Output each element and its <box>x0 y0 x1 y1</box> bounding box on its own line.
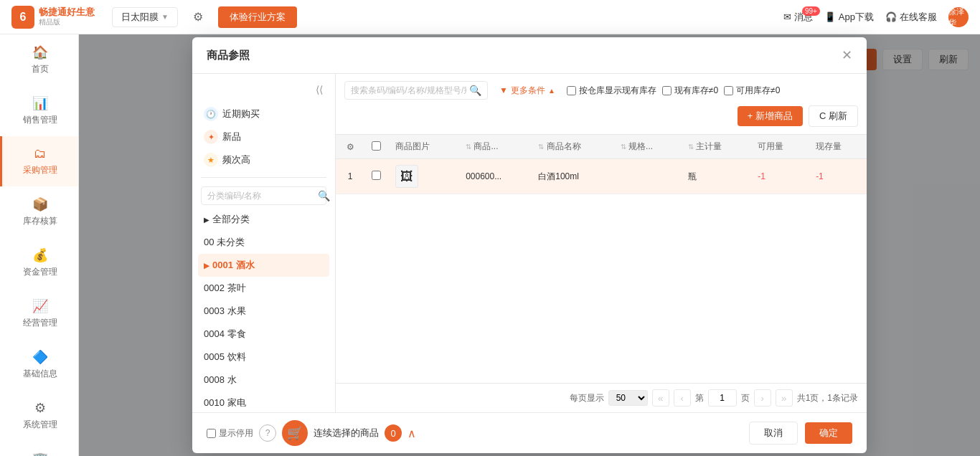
th-available: 可用量 <box>750 135 809 159</box>
gear-button[interactable]: ⚙ <box>187 6 209 29</box>
topbar: 6 畅捷通好生意 精品版 日太阳膜 ▼ ⚙ 体验行业方案 ✉ 消息 99+ 📱 … <box>0 0 980 34</box>
usable-checkbox-text: 可用库存≠0 <box>736 85 780 97</box>
sidebar-item-system[interactable]: ⚙ 系统管理 <box>0 390 78 441</box>
row-checkbox[interactable] <box>372 171 381 180</box>
operations-icon: 📈 <box>32 298 48 314</box>
per-page-select[interactable]: 50 100 200 <box>608 390 648 406</box>
page-prefix: 第 <box>695 392 704 404</box>
nav-selector[interactable]: 日太阳膜 ▼ <box>112 7 178 27</box>
quick-item-recent[interactable]: 🕐 近期购买 <box>198 103 329 125</box>
sidebar-item-label: 采购管理 <box>23 164 57 176</box>
first-page-button[interactable]: « <box>652 389 669 407</box>
row-image: 🖼 <box>388 159 458 194</box>
cat-drink[interactable]: 0005 饮料 <box>198 346 329 369</box>
product-reference-modal: 商品参照 ✕ ⟨⟨ 🕐 近期购买 <box>192 37 867 453</box>
table-toolbar: 🔍 ▼ 更多条件 ▲ 按仓库显示现有库存 <box>336 74 867 135</box>
usable-checkbox[interactable] <box>724 86 733 95</box>
refresh-button[interactable]: C 刷新 <box>809 105 858 127</box>
th-unit: ⇅ 主计量 <box>681 135 750 159</box>
available-checkbox-text: 现有库存≠0 <box>674 85 718 97</box>
cat-arrow-icon: ▶ <box>204 216 209 224</box>
enterprise-icon: 🏢 <box>32 451 48 456</box>
quick-item-new[interactable]: ✦ 新品 <box>198 125 329 148</box>
cat-all[interactable]: ▶ 全部分类 <box>198 208 329 231</box>
collapse-left-button[interactable]: ⟨⟨ <box>312 82 326 97</box>
cat-label: 0005 饮料 <box>204 351 246 364</box>
left-panel-header: ⟨⟨ <box>192 80 335 103</box>
confirm-button[interactable]: 确定 <box>805 422 852 444</box>
sidebar: 🏠 首页 📊 销售管理 🗂 采购管理 📦 库存核算 💰 资金管理 📈 经营管理 … <box>0 34 79 456</box>
add-product-button[interactable]: + 新增商品 <box>738 106 803 126</box>
cat-label: 0004 零食 <box>204 328 246 341</box>
table-row[interactable]: 1 🖼 000600... 白酒100ml 瓶 -1 <box>336 159 867 194</box>
sales-icon: 📊 <box>32 95 48 111</box>
online-service-button[interactable]: 🎧 在线客服 <box>885 11 937 24</box>
system-icon: ⚙ <box>34 400 46 416</box>
last-page-button[interactable]: » <box>776 389 793 407</box>
app-download-button[interactable]: 📱 App下载 <box>824 11 874 24</box>
cat-water[interactable]: 0008 水 <box>198 369 329 391</box>
new-icon: ✦ <box>204 130 218 144</box>
help-icon[interactable]: ? <box>259 424 276 442</box>
cat-label: 00 未分类 <box>204 236 245 249</box>
sidebar-item-enterprise[interactable]: 🏢 企业协同 <box>0 441 78 456</box>
show-disabled-checkbox[interactable] <box>207 429 216 438</box>
show-disabled-label[interactable]: 显示停用 <box>207 427 253 440</box>
row-available: -1 <box>750 159 809 194</box>
select-all-checkbox[interactable] <box>372 141 381 151</box>
trial-button[interactable]: 体验行业方案 <box>218 6 297 28</box>
cat-uncategorized[interactable]: 00 未分类 <box>198 231 329 254</box>
prev-page-button[interactable]: ‹ <box>674 389 691 407</box>
per-page-label: 每页显示 <box>570 392 604 404</box>
filter-label: 更多条件 <box>511 85 545 97</box>
usable-checkbox-label[interactable]: 可用库存≠0 <box>724 85 780 97</box>
warehouse-checkbox[interactable] <box>567 86 576 95</box>
cat-arrow-icon: ▶ <box>204 262 209 270</box>
row-checkbox-cell[interactable] <box>364 159 388 194</box>
cat-appliance[interactable]: 0010 家电 <box>198 391 329 407</box>
sidebar-item-label: 经营管理 <box>23 317 57 329</box>
modal-close-button[interactable]: ✕ <box>842 47 852 63</box>
sidebar-item-label: 资金管理 <box>23 266 57 278</box>
search-icon: 🔍 <box>469 85 481 96</box>
sidebar-item-basic-info[interactable]: 🔷 基础信息 <box>0 339 78 390</box>
sidebar-item-purchase[interactable]: 🗂 采购管理 <box>0 136 78 186</box>
messages-button[interactable]: ✉ 消息 99+ <box>783 11 813 24</box>
sidebar-item-operations[interactable]: 📈 经营管理 <box>0 288 78 339</box>
filter-button[interactable]: ▼ 更多条件 ▲ <box>494 82 561 100</box>
modal-footer: 显示停用 ? 🛒 连续选择的商品 0 ∧ 取消 确定 <box>192 412 867 453</box>
footer-right: 取消 确定 <box>749 422 852 445</box>
logo: 6 畅捷通好生意 精品版 <box>11 6 95 29</box>
available-checkbox[interactable] <box>662 86 672 95</box>
sidebar-item-sales[interactable]: 📊 销售管理 <box>0 85 78 136</box>
cancel-button[interactable]: 取消 <box>749 422 798 445</box>
cat-liquor[interactable]: ▶ 0001 酒水 <box>198 254 329 277</box>
category-search-box[interactable]: 🔍 <box>201 186 326 205</box>
warehouse-checkbox-label[interactable]: 按仓库显示现有库存 <box>567 85 656 97</box>
cat-fruit[interactable]: 0003 水果 <box>198 300 329 323</box>
sidebar-item-home[interactable]: 🏠 首页 <box>0 34 78 85</box>
product-search-box[interactable]: 🔍 <box>344 81 488 100</box>
category-search-input[interactable] <box>207 191 315 201</box>
sort-up-icon: ⇅ <box>466 143 471 151</box>
product-search-input[interactable] <box>351 85 466 95</box>
avatar[interactable]: 徐泽华 <box>948 7 969 27</box>
th-settings: ⚙ <box>336 135 364 159</box>
available-checkbox-label[interactable]: 现有库存≠0 <box>662 85 718 97</box>
next-page-button[interactable]: › <box>754 389 771 407</box>
continuous-select-label: 连续选择的商品 <box>314 427 379 440</box>
collapse-up-button[interactable]: ∧ <box>407 427 416 440</box>
selected-count-badge: 0 <box>385 424 402 442</box>
row-spec <box>613 159 681 194</box>
th-code: ⇅ 商品... <box>458 135 531 159</box>
cat-snack[interactable]: 0004 零食 <box>198 323 329 346</box>
th-checkbox <box>364 135 388 159</box>
quick-item-frequent[interactable]: ★ 频次高 <box>198 148 329 171</box>
sort-icon: ⇅ <box>621 143 626 151</box>
chevron-down-icon: ▼ <box>161 13 169 21</box>
sidebar-item-inventory[interactable]: 📦 库存核算 <box>0 186 78 237</box>
page-number-input[interactable] <box>708 389 737 407</box>
sidebar-item-finance[interactable]: 💰 资金管理 <box>0 237 78 288</box>
cart-button[interactable]: 🛒 <box>282 420 308 446</box>
cat-tea[interactable]: 0002 茶叶 <box>198 277 329 300</box>
